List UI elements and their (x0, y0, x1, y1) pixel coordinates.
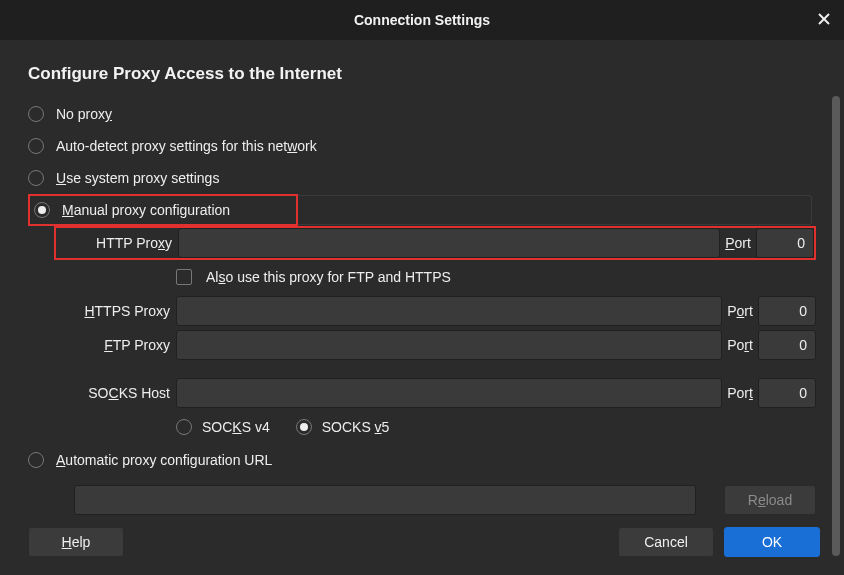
radio-socks4[interactable] (176, 419, 192, 435)
also-use-label: Also use this proxy for FTP and HTTPS (206, 269, 451, 285)
radio-no-proxy-label: No proxy (56, 106, 112, 122)
socks-host-label: SOCKS Host (54, 385, 176, 401)
radio-system-label: Use system proxy settings (56, 170, 219, 186)
ftp-proxy-port-label: Port (722, 337, 758, 353)
https-proxy-port-input[interactable] (758, 296, 816, 326)
reload-button[interactable]: Reload (724, 485, 816, 515)
radio-system[interactable] (28, 170, 44, 186)
connection-settings-dialog: Connection Settings Configure Proxy Acce… (0, 0, 844, 575)
radio-manual-row[interactable]: Manual proxy configuration (28, 194, 298, 226)
socks-port-label: Port (722, 385, 758, 401)
radio-auto-detect-label: Auto-detect proxy settings for this netw… (56, 138, 317, 154)
scrollbar[interactable] (832, 96, 840, 503)
https-proxy-port-label: Port (722, 303, 758, 319)
http-proxy-port-input[interactable] (756, 228, 814, 258)
radio-pac[interactable] (28, 452, 44, 468)
radio-manual-label: Manual proxy configuration (62, 202, 230, 218)
http-proxy-host-input[interactable] (178, 228, 720, 258)
radio-no-proxy[interactable] (28, 106, 44, 122)
window-title: Connection Settings (354, 12, 490, 28)
ftp-proxy-label: FTP Proxy (54, 337, 176, 353)
https-proxy-host-input[interactable] (176, 296, 722, 326)
radio-auto-detect-row[interactable]: Auto-detect proxy settings for this netw… (28, 130, 816, 162)
close-icon[interactable] (818, 12, 830, 28)
socks-port-input[interactable] (758, 378, 816, 408)
titlebar: Connection Settings (0, 0, 844, 40)
radio-system-row[interactable]: Use system proxy settings (28, 162, 816, 194)
https-proxy-label: HTTPS Proxy (54, 303, 176, 319)
ok-button[interactable]: OK (724, 527, 820, 557)
http-proxy-row: HTTP Proxy Port (54, 226, 816, 260)
https-proxy-row: HTTPS Proxy Port (54, 294, 816, 328)
help-button[interactable]: Help (28, 527, 124, 557)
socks-version-row: SOCKS v4 SOCKS v5 (176, 410, 816, 444)
also-use-row[interactable]: Also use this proxy for FTP and HTTPS (176, 260, 816, 294)
radio-socks5[interactable] (296, 419, 312, 435)
dialog-footer: Help Cancel OK (28, 527, 820, 557)
radio-pac-label: Automatic proxy configuration URL (56, 452, 272, 468)
ftp-proxy-row: FTP Proxy Port (54, 328, 816, 362)
pac-url-input[interactable] (74, 485, 696, 515)
dialog-body: Configure Proxy Access to the Internet N… (0, 40, 844, 575)
radio-manual[interactable] (34, 202, 50, 218)
radio-socks5-label: SOCKS v5 (322, 419, 390, 435)
cancel-button[interactable]: Cancel (618, 527, 714, 557)
radio-auto-detect[interactable] (28, 138, 44, 154)
radio-socks4-label: SOCKS v4 (202, 419, 270, 435)
section-heading: Configure Proxy Access to the Internet (28, 64, 816, 84)
ftp-proxy-port-input[interactable] (758, 330, 816, 360)
socks-host-row: SOCKS Host Port (54, 376, 816, 410)
http-proxy-label: HTTP Proxy (56, 235, 178, 251)
socks-host-input[interactable] (176, 378, 722, 408)
ftp-proxy-host-input[interactable] (176, 330, 722, 360)
radio-no-proxy-row[interactable]: No proxy (28, 98, 816, 130)
also-use-checkbox[interactable] (176, 269, 192, 285)
pac-url-row: Reload (54, 480, 816, 520)
http-proxy-port-label: Port (720, 235, 756, 251)
scrollbar-thumb[interactable] (832, 96, 840, 556)
radio-pac-row[interactable]: Automatic proxy configuration URL (28, 444, 816, 476)
